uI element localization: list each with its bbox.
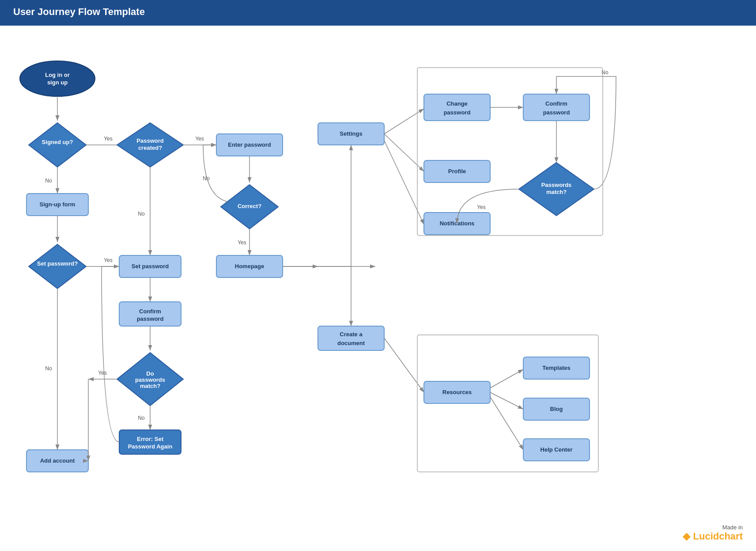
label-yes-4: Yes [98,370,107,376]
svg-text:Password Again: Password Again [128,443,173,450]
svg-text:Help Center: Help Center [541,446,573,453]
svg-text:Confirm: Confirm [545,100,567,107]
arrow-resources-blog [490,392,523,409]
label-yes-2: Yes [104,257,113,263]
svg-text:Set password?: Set password? [37,260,78,267]
change-password-node [424,94,490,121]
label-no-1: No [45,178,52,184]
confirm-password-right-node [523,94,590,121]
svg-text:created?: created? [138,144,162,151]
label-yes-6: Yes [477,204,486,210]
label-no-2: No [45,365,52,372]
svg-text:password: password [543,109,570,116]
svg-text:Confirm: Confirm [139,308,161,315]
svg-text:Homepage: Homepage [235,263,264,270]
svg-text:Create a: Create a [340,331,363,338]
svg-text:Settings: Settings [340,130,362,137]
label-yes-3: Yes [195,136,204,142]
label-yes-5: Yes [238,239,246,246]
label-no-5: No [203,175,210,182]
svg-text:Password: Password [136,137,163,144]
label-no-4: No [138,415,145,421]
svg-text:Blog: Blog [550,406,563,412]
svg-text:Correct?: Correct? [238,203,261,209]
svg-text:Templates: Templates [542,365,570,371]
arrow-createdoc-resources [384,338,424,392]
svg-text:password: password [444,109,471,116]
svg-text:sign up: sign up [47,79,68,86]
arrow-resources-templates [490,369,523,388]
login-node [20,61,95,96]
svg-text:Resources: Resources [442,389,472,395]
svg-text:Do: Do [146,370,154,377]
svg-text:match?: match? [140,383,160,389]
svg-text:Sign-up form: Sign-up form [40,201,76,208]
svg-text:Set password: Set password [132,263,169,270]
svg-text:passwords: passwords [135,376,165,383]
settings-box [417,68,603,236]
create-document-node [318,326,384,350]
svg-text:Add account: Add account [40,457,75,464]
svg-text:Enter password: Enter password [228,141,271,148]
arrow-resources-help [490,397,523,450]
svg-text:Log in or: Log in or [45,72,70,78]
diagram-canvas: Log in or sign up Signed up? Yes No Sign… [0,26,756,551]
lucidchart-brand: ◆ Lucidchart [683,531,743,542]
svg-text:Signed up?: Signed up? [42,139,73,145]
label-yes-1: Yes [104,136,113,142]
svg-text:document: document [337,340,365,346]
svg-text:Change: Change [446,100,468,107]
page-title: User Journey Flow Template [0,0,756,26]
label-no-3: No [138,211,145,217]
arrow-settings-changepw [384,109,424,134]
lucidchart-icon: ◆ [683,531,693,542]
svg-text:password: password [137,315,164,322]
svg-text:Error: Set: Error: Set [137,436,164,442]
arrow-error-loop [102,266,119,442]
made-in-label: Made in [683,524,743,531]
svg-text:match?: match? [546,189,567,195]
svg-text:Profile: Profile [448,168,466,175]
lucidchart-logo: Made in ◆ Lucidchart [683,524,743,542]
svg-text:Passwords: Passwords [541,182,572,188]
